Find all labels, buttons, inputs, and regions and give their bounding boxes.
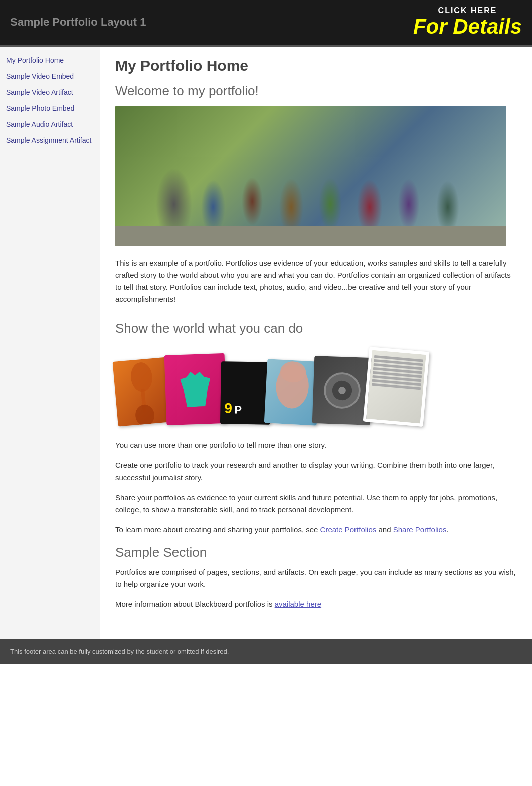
show-heading: Show the world what you can do xyxy=(115,321,516,336)
card-p: P xyxy=(234,404,242,417)
portfolio-card-1 xyxy=(113,357,173,427)
header-title: Sample Portfolio Layout 1 xyxy=(10,16,403,29)
sidebar-item-video-embed[interactable]: Sample Video Embed xyxy=(0,68,100,84)
sidebar: My Portfolio Home Sample Video Embed Sam… xyxy=(0,47,100,639)
para1: You can use more than one portfolio to t… xyxy=(115,439,516,451)
para3: Share your portfolios as evidence to you… xyxy=(115,492,516,516)
text-block: You can use more than one portfolio to t… xyxy=(115,439,516,536)
footer-text: This footer area can be fully customized… xyxy=(10,648,229,655)
header: Sample Portfolio Layout 1 CLICK HERE For… xyxy=(0,0,532,45)
para4-mid: and xyxy=(376,525,393,534)
footer: This footer area can be fully customized… xyxy=(0,639,532,664)
para4: To learn more about creating and sharing… xyxy=(115,524,516,536)
portfolio-images: 9 P xyxy=(115,344,516,424)
para2: Create one portfolio to track your resea… xyxy=(115,459,516,484)
banner-for-details: For Details xyxy=(413,15,522,38)
sidebar-item-home[interactable]: My Portfolio Home xyxy=(0,52,100,68)
card-lines xyxy=(369,355,423,421)
description-text: This is an example of a portfolio. Portf… xyxy=(115,257,516,305)
sidebar-item-video-artifact[interactable]: Sample Video Artifact xyxy=(0,84,100,100)
welcome-heading: Welcome to my portfolio! xyxy=(115,83,516,99)
page-title: My Portfolio Home xyxy=(115,57,516,74)
sample-para2: More information about Blackboard portfo… xyxy=(115,598,516,610)
create-portfolios-link[interactable]: Create Portfolios xyxy=(320,525,377,534)
sidebar-item-photo-embed[interactable]: Sample Photo Embed xyxy=(0,100,100,116)
para4-prefix: To learn more about creating and sharing… xyxy=(115,525,320,534)
sample-section-heading: Sample Section xyxy=(115,545,516,560)
layout: My Portfolio Home Sample Video Embed Sam… xyxy=(0,47,532,639)
sidebar-item-audio-artifact[interactable]: Sample Audio Artifact xyxy=(0,116,100,132)
svg-point-2 xyxy=(134,404,155,426)
portfolio-card-4 xyxy=(264,359,320,426)
svg-point-0 xyxy=(130,361,154,393)
sample-para1: Portfolios are comprised of pages, secti… xyxy=(115,566,516,590)
main-content: My Portfolio Home Welcome to my portfoli… xyxy=(100,47,531,639)
card-nine: 9 xyxy=(224,400,232,416)
header-banner: CLICK HERE For Details xyxy=(413,6,522,38)
hand-icon xyxy=(180,371,211,407)
sample-para2-prefix: More information about Blackboard portfo… xyxy=(115,600,275,608)
share-portfolios-link[interactable]: Share Portfolios xyxy=(393,525,447,534)
sidebar-item-assignment-artifact[interactable]: Sample Assignment Artifact xyxy=(0,132,100,148)
portfolio-card-6 xyxy=(363,347,430,427)
para4-suffix: . xyxy=(446,525,448,534)
portfolio-card-3: 9 P xyxy=(220,361,271,425)
hero-image xyxy=(115,106,506,246)
available-here-link[interactable]: available here xyxy=(275,600,321,608)
portfolio-card-2 xyxy=(164,353,227,425)
banner-click-here: CLICK HERE xyxy=(413,6,522,15)
